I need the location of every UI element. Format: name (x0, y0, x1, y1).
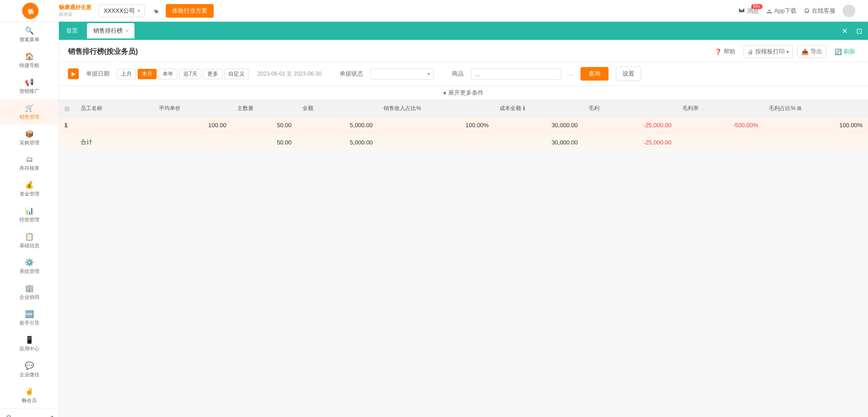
expand-more-btn[interactable]: ▾ 展开更多条件 (443, 89, 484, 97)
app-download-button[interactable]: App下载 (766, 7, 796, 15)
sidebar-item-member[interactable]: ✌ 畅会员 (0, 383, 58, 408)
sidebar-settings-icon[interactable]: ⚙ (5, 413, 12, 417)
setting-button[interactable]: 设置 (616, 67, 641, 81)
message-badge: 99+ (751, 4, 762, 9)
date-more-btn[interactable]: 更多 (203, 69, 222, 79)
expand-label: 展开更多条件 (448, 89, 484, 97)
message-button[interactable]: 消息 99+ (738, 7, 759, 15)
chevron-down-icon: ▾ (443, 90, 446, 96)
filter-expand-icon[interactable]: ▶ (68, 68, 79, 79)
sidebar-item-basic[interactable]: 📋 基础信息 (0, 228, 58, 254)
tf-gross-rate-empty (677, 134, 763, 151)
headset-icon (804, 8, 810, 14)
tf-label: 合计 (75, 134, 153, 151)
print-dropdown-icon: ▾ (786, 49, 789, 54)
sidebar-item-search[interactable]: 🔍 搜索菜单 (0, 22, 58, 48)
tab-sales-ranking[interactable]: 销售排行榜 × (87, 23, 134, 38)
sidebar-item-finance[interactable]: 💰 资金管理 (0, 176, 58, 202)
download-icon (766, 8, 772, 14)
expand-more-row: ▾ 展开更多条件 (59, 86, 868, 100)
tab-close-icon[interactable]: × (125, 28, 128, 34)
search-icon: 🔍 (25, 26, 34, 35)
sidebar-item-appstore[interactable]: 📱 应用中心 (0, 331, 58, 357)
export-button[interactable]: 📤 导出 (797, 45, 826, 58)
tab-close-window-btn[interactable]: ✕ (839, 25, 850, 36)
tab-bar: 首页 销售排行榜 × ✕ ⊡ (59, 22, 868, 40)
sidebar-item-wechat[interactable]: 💬 企业微信 (0, 357, 58, 383)
sidebar-item-guide[interactable]: 🆕 新手引导 (0, 305, 58, 331)
date-custom-btn[interactable]: 自定义 (224, 69, 249, 79)
online-service-label: 在线客服 (812, 7, 835, 15)
table-header-row: ⊞ 员工名称 平均单价 主数量 全额 销售收入占比% 成本全额 ℹ 毛利 毛利率 (59, 100, 868, 117)
print-label: 按模板打印 (755, 48, 785, 56)
member-icon: ✌ (25, 387, 34, 396)
th-settings: ⊞ (59, 100, 75, 117)
page-title: 销售排行榜(按业务员) (68, 47, 138, 57)
table-row: 1 100.00 50.00 5,000.00 100.00% 30,000.0… (59, 117, 868, 134)
user-avatar[interactable] (843, 5, 855, 17)
refresh-button[interactable]: 🔄 刷新 (831, 46, 859, 58)
system-icon: ⚙️ (25, 258, 34, 267)
sidebar-collapse-icon[interactable]: ◀ (48, 413, 53, 417)
top-bar: 畅 畅康通好生意 标准版 XXXXX公司 ▾ 体验行业方案 消息 99+ Ap (0, 0, 868, 22)
tab-home[interactable]: 首页 (59, 22, 85, 40)
basic-icon: 📋 (25, 232, 34, 241)
sidebar-item-marketing[interactable]: 📢 营销推广 (0, 73, 58, 99)
sidebar-item-shortcut[interactable]: 🏠 快捷导航 (0, 48, 58, 73)
company-selector[interactable]: XXXXX公司 ▾ (99, 5, 145, 17)
col-settings-icon[interactable]: ⊞ (64, 105, 70, 112)
date-this-month-btn[interactable]: 本月 (138, 69, 157, 79)
svg-point-3 (805, 9, 809, 12)
date-7days-btn[interactable]: 近7天 (179, 69, 201, 79)
td-gross-pct: 100.00% (763, 117, 868, 134)
guide-icon: 🆕 (25, 310, 34, 318)
page-actions: ❓ 帮助 🖨 按模板打印 ▾ 📤 导出 🔄 (711, 45, 859, 58)
main-area: 🔍 搜索菜单 🏠 快捷导航 📢 营销推广 🛒 销售管理 📦 采购管理 🗂 (0, 22, 868, 417)
online-service-button[interactable]: 在线客服 (804, 7, 835, 15)
wechat-icon: 💬 (25, 361, 34, 370)
print-button[interactable]: 🖨 按模板打印 ▾ (743, 45, 793, 58)
td-sales-pct: 100.00% (378, 117, 494, 134)
help-icon: ❓ (715, 48, 722, 55)
industry-btn[interactable]: 体验行业方案 (166, 4, 214, 18)
purchase-icon: 📦 (25, 129, 34, 138)
td-gross: -25,000.00 (583, 117, 677, 134)
tab-label: 销售排行榜 (93, 27, 123, 35)
query-button[interactable]: 查询 (580, 67, 609, 81)
sidebar-item-system[interactable]: ⚙️ 系统管理 (0, 254, 58, 279)
help-button[interactable]: ❓ 帮助 (711, 46, 739, 58)
chevron-down-icon: ▾ (138, 8, 140, 13)
status-select[interactable] (370, 68, 434, 80)
export-icon: 📤 (801, 48, 809, 55)
refresh-icon: 🔄 (834, 48, 842, 55)
goods-filter-label: 商品 (452, 70, 464, 78)
sidebar-item-operations[interactable]: 📊 经营管理 (0, 202, 58, 228)
table-footer-row: 合计 50.00 5,000.00 30,000.00 -25,000.00 (59, 134, 868, 151)
td-name (75, 117, 153, 134)
main-content: 销售排行榜(按业务员) ❓ 帮助 🖨 按模板打印 ▾ 📤 (59, 40, 868, 417)
refresh-label: 刷新 (844, 48, 855, 56)
filter-row: ▶ 单据日期 上月 本月 本年 近7天 更多 自定义 2023-06-01 至 (68, 67, 859, 81)
tf-main-qty: 50.00 (232, 134, 297, 151)
th-avg-price: 平均单价 (153, 100, 232, 117)
goods-input[interactable] (471, 68, 561, 80)
logo-title: 畅康通好生意 (59, 4, 91, 11)
tf-avg-empty (153, 134, 232, 151)
goods-more-btn[interactable]: ... (569, 71, 573, 77)
th-employee-name: 员工名称 (75, 100, 153, 117)
date-last-month-btn[interactable]: 上月 (117, 69, 136, 79)
tab-restore-btn[interactable]: ⊡ (854, 25, 864, 36)
sidebar-item-sales[interactable]: 🛒 销售管理 (0, 99, 58, 125)
sidebar-item-purchase[interactable]: 📦 采购管理 (0, 125, 58, 151)
date-this-year-btn[interactable]: 本年 (158, 69, 177, 79)
top-right-actions: 消息 99+ App下载 在线客服 (738, 5, 863, 17)
settings-gear-button[interactable] (149, 4, 162, 18)
sidebar-item-enterprise[interactable]: 🏢 企业协同 (0, 279, 58, 305)
ranking-table: ⊞ 员工名称 平均单价 主数量 全额 销售收入占比% 成本全额 ℹ 毛利 毛利率 (59, 100, 868, 151)
tf-amount: 5,000.00 (297, 134, 378, 151)
sidebar: 🔍 搜索菜单 🏠 快捷导航 📢 营销推广 🛒 销售管理 📦 采购管理 🗂 (0, 22, 59, 417)
logo-sub: 标准版 (59, 11, 91, 18)
company-name: XXXXX公司 (104, 7, 135, 15)
sidebar-item-inventory[interactable]: 🗂 库存核算 (0, 151, 58, 176)
svg-text:畅: 畅 (28, 8, 34, 15)
